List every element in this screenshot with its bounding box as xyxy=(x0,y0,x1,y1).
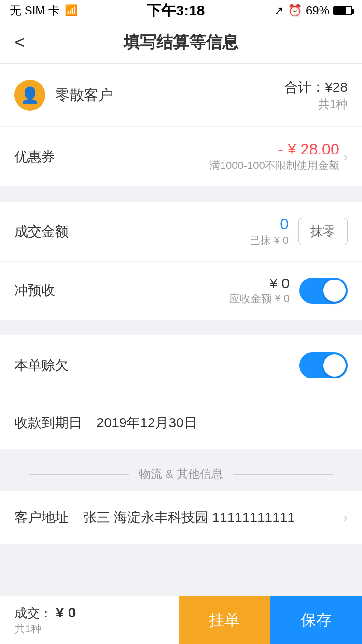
transaction-amount-right: 0 已抹 ¥ 0 抹零 xyxy=(250,215,348,248)
bottom-deal-amount: ¥ 0 xyxy=(56,604,76,620)
divider-line-left xyxy=(29,474,129,475)
prepayment-toggle[interactable] xyxy=(299,278,348,304)
customer-count: 共1种 xyxy=(284,97,348,112)
section-divider-1 xyxy=(0,194,362,202)
battery-percent: 69% xyxy=(306,4,329,17)
prepayment-amount: ¥ 0 xyxy=(269,275,290,291)
alarm-icon: ⏰ xyxy=(288,4,302,17)
coupon-right: - ¥ 28.00 满1000-100不限制使用金额 › xyxy=(209,140,348,173)
coupon-label: 优惠券 xyxy=(14,148,55,166)
status-right: ↗ ⏰ 69% xyxy=(274,4,352,17)
customer-total: 合计：¥28 xyxy=(284,78,348,97)
address-label: 客户地址 xyxy=(14,508,69,527)
divider-line-right xyxy=(233,474,333,475)
debit-label: 本单赊欠 xyxy=(14,356,69,375)
wifi-icon: 📶 xyxy=(65,4,78,17)
avatar-icon: 👤 xyxy=(20,86,40,104)
prepayment-right: ¥ 0 应收金额 ¥ 0 xyxy=(229,275,348,306)
round-zero-button[interactable]: 抹零 xyxy=(298,218,348,245)
customer-summary: 合计：¥28 共1种 xyxy=(284,78,348,112)
due-date-row: 收款到期日 2019年12月30日 xyxy=(0,396,362,449)
nav-bar: < 填写结算等信息 xyxy=(0,21,362,64)
logistics-label: 物流 & 其他信息 xyxy=(139,466,223,482)
bottom-bar: 成交： ¥ 0 共1种 挂单 保存 xyxy=(0,596,362,644)
bottom-deal-row: 成交： ¥ 0 xyxy=(14,604,164,622)
debit-toggle[interactable] xyxy=(299,352,348,378)
coupon-amount: - ¥ 28.00 xyxy=(278,140,339,158)
debit-toggle-knob xyxy=(323,354,346,377)
prepayment-row: 冲预收 ¥ 0 应收金额 ¥ 0 xyxy=(0,262,362,320)
section-divider-2 xyxy=(0,327,362,335)
transaction-amount-label: 成交金额 xyxy=(14,223,69,241)
status-left: 无 SIM 卡 📶 xyxy=(10,3,78,18)
bottom-deal-label: 成交： xyxy=(14,606,52,620)
coupon-chevron-icon: › xyxy=(343,149,348,165)
time-label: 下午3:18 xyxy=(147,1,205,21)
status-bar: 无 SIM 卡 📶 下午3:18 ↗ ⏰ 69% xyxy=(0,0,362,21)
debit-section: 本单赊欠 收款到期日 2019年12月30日 xyxy=(0,335,362,449)
customer-left: 👤 零散客户 xyxy=(14,80,113,111)
due-date-label: 收款到期日 xyxy=(14,414,82,432)
transaction-amount-row: 成交金额 0 已抹 ¥ 0 抹零 xyxy=(0,202,362,262)
transaction-section: 成交金额 0 已抹 ¥ 0 抹零 冲预收 ¥ 0 应收金额 ¥ 0 xyxy=(0,202,362,320)
location-icon: ↗ xyxy=(274,4,284,17)
bottom-count: 共1种 xyxy=(14,622,164,636)
page-title: 填写结算等信息 xyxy=(124,31,238,54)
due-date-value[interactable]: 2019年12月30日 xyxy=(97,414,197,432)
address-value: 张三 海淀永丰科技园 11111111111 xyxy=(83,508,343,527)
debit-row: 本单赊欠 xyxy=(0,335,362,396)
address-row[interactable]: 客户地址 张三 海淀永丰科技园 11111111111 › xyxy=(0,491,362,544)
hold-button[interactable]: 挂单 xyxy=(179,596,270,644)
customer-avatar: 👤 xyxy=(14,80,45,111)
coupon-row[interactable]: 优惠券 - ¥ 28.00 满1000-100不限制使用金额 › xyxy=(0,126,362,186)
prepayment-sub: 应收金额 ¥ 0 xyxy=(229,292,290,306)
carrier-label: 无 SIM 卡 xyxy=(10,3,60,18)
transaction-amount-sub: 已抹 ¥ 0 xyxy=(250,233,289,248)
save-button[interactable]: 保存 xyxy=(270,596,362,644)
address-chevron-icon: › xyxy=(343,510,348,525)
customer-section: 👤 零散客户 合计：¥28 共1种 优惠券 - ¥ 28.00 满1000-10… xyxy=(0,64,362,186)
bottom-info: 成交： ¥ 0 共1种 xyxy=(0,604,179,636)
customer-name: 零散客户 xyxy=(55,85,113,105)
main-content: 👤 零散客户 合计：¥28 共1种 优惠券 - ¥ 28.00 满1000-10… xyxy=(0,64,362,600)
address-section: 客户地址 张三 海淀永丰科技园 11111111111 › xyxy=(0,491,362,544)
logistics-divider: 物流 & 其他信息 xyxy=(0,457,362,491)
prepayment-label: 冲预收 xyxy=(14,281,55,300)
back-button[interactable]: < xyxy=(14,32,25,53)
coupon-description: 满1000-100不限制使用金额 xyxy=(209,158,339,173)
customer-row: 👤 零散客户 合计：¥28 共1种 xyxy=(0,64,362,126)
battery-icon xyxy=(333,6,352,15)
toggle-knob xyxy=(323,280,346,302)
transaction-amount-value[interactable]: 0 xyxy=(280,215,289,233)
